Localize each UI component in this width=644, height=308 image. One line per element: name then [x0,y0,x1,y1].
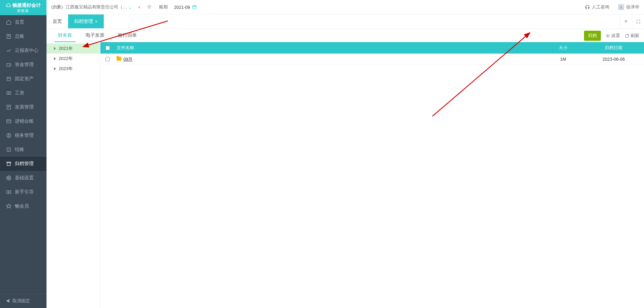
caret-icon [54,67,56,70]
table-header: 文件名称 大小 归档日期 [100,42,644,54]
settings-icon [6,175,11,181]
invoice-icon [6,104,11,110]
select-all-checkbox[interactable] [105,46,110,50]
subtab-einvoice[interactable]: 电子发票 [79,29,111,42]
folder-icon [117,57,121,61]
tree-item-2022[interactable]: 2022年 [47,54,100,64]
asset-icon [6,76,11,82]
year-tree: 2021年 2022年 2023年 [47,42,100,308]
gear-icon [606,34,610,38]
topbar: (勿删）江西服宝精品有限责任公司（… ⌄ + 账期 2021-09 人工咨询 徐… [47,0,644,14]
sidebar-item-label: 进销台账 [15,118,34,124]
row-checkbox[interactable] [105,57,110,61]
add-company-icon[interactable]: + [136,5,142,10]
subtab-finance[interactable]: 财务账 [51,29,79,42]
svg-point-8 [8,93,9,94]
file-table: 文件名称 大小 归档日期 09月 1M 2023-06-06 [100,42,644,308]
subtab-label: 银行回单 [118,32,137,38]
sub-tab-bar: 财务账 电子发票 银行回单 归档 设置 刷新 [47,29,644,42]
svg-point-21 [149,6,150,7]
avatar [618,4,624,10]
sidebar-item-guide[interactable]: 新手引导 [0,185,47,199]
refresh-icon [625,34,629,38]
sidebar-item-archive[interactable]: 归档管理 [0,157,47,171]
tab-archive[interactable]: 归档管理 × [68,14,104,28]
settings-button-label: 设置 [611,33,620,39]
unpin-label: 取消固定 [12,298,30,304]
svg-marker-20 [8,191,9,193]
unpin-button[interactable]: ⮜ 取消固定 [0,294,47,308]
user-menu[interactable]: 徐泽华 [618,4,639,10]
username: 徐泽华 [626,4,639,10]
sidebar-item-label: 结账 [15,147,24,153]
header-size: 大小 [543,45,583,51]
wallet-icon [6,62,11,67]
sidebar-item-label: 总账 [15,33,24,39]
brand-logo[interactable]: 畅捷通好会计 旗舰版 [0,0,47,15]
refresh-button-label: 刷新 [631,33,639,39]
svg-rect-12 [7,120,11,123]
subtab-label: 财务账 [58,32,72,38]
svg-point-18 [8,177,9,179]
close-icon[interactable]: × [95,19,98,24]
sidebar-item-label: 基础设置 [15,175,34,181]
caret-icon [54,47,56,50]
tab-bar: 首页 归档管理 × ✕ [47,14,644,29]
company-settings-icon[interactable] [146,4,152,10]
tree-item-2023[interactable]: 2023年 [47,64,100,74]
sidebar-item-funds[interactable]: 资金管理 [0,58,47,72]
svg-point-27 [607,35,608,36]
svg-point-26 [620,6,622,7]
company-selector[interactable]: (勿删）江西服宝精品有限责任公司（… ⌄ [51,4,132,10]
calendar-icon [192,5,197,9]
subtab-label: 电子发票 [86,32,104,38]
chart-icon [6,48,11,53]
tax-icon [6,133,11,138]
close-all-tabs-button[interactable]: ✕ [620,14,632,29]
tree-item-2021[interactable]: 2021年 [47,43,100,54]
sidebar-item-closing[interactable]: 结账 [0,143,47,157]
sidebar-item-label: 资金管理 [15,62,34,68]
sidebar-item-label: 新手引导 [15,189,34,195]
fullscreen-button[interactable] [632,14,644,29]
sidebar-item-label: 固定资产 [15,76,34,82]
tree-item-label: 2021年 [59,45,73,52]
refresh-button[interactable]: 刷新 [625,33,639,39]
caret-icon [54,57,56,60]
sidebar-item-tax[interactable]: 税务管理 [0,128,47,143]
svg-rect-5 [7,77,11,81]
archive-button-label: 归档 [588,33,597,38]
tab-home[interactable]: 首页 [47,14,68,28]
sidebar-item-assets[interactable]: 固定资产 [0,72,47,86]
sidebar-item-label: 首页 [15,19,24,25]
sidebar-item-settings[interactable]: 基础设置 [0,171,47,185]
brand-edition: 旗舰版 [17,8,29,13]
sidebar-item-label: 云报表中心 [15,48,38,54]
tree-item-label: 2022年 [59,56,73,62]
sidebar-item-reports[interactable]: 云报表中心 [0,43,47,58]
period-value-text: 2021-09 [174,5,190,10]
folder-link[interactable]: 09月 [123,57,132,62]
sidebar-item-invoice[interactable]: 发票管理 [0,100,47,114]
period-selector[interactable]: 2021-09 [174,5,197,10]
archive-button[interactable]: 归档 [584,31,601,41]
sidebar-item-inventory[interactable]: 进销台账 [0,114,47,128]
settings-button[interactable]: 设置 [606,33,620,39]
sidebar-item-label: 税务管理 [15,132,34,138]
sidebar-item-home[interactable]: 首页 [0,15,47,29]
guide-icon [6,189,11,195]
sidebar-item-label: 发票管理 [15,104,34,110]
svg-rect-19 [7,190,11,193]
chevron-down-icon: ⌄ [128,5,132,10]
sidebar-item-label: 归档管理 [15,161,34,167]
subtab-bankslip[interactable]: 银行回单 [111,29,144,42]
ai-consult-button[interactable]: 人工咨询 [585,4,609,10]
sidebar-item-member[interactable]: 畅会员 [0,199,47,213]
sidebar-item-salary[interactable]: 工资 [0,86,47,100]
svg-point-4 [9,65,10,65]
svg-rect-17 [7,163,10,165]
sidebar-item-ledger[interactable]: 总账 [0,29,47,43]
svg-rect-3 [7,64,11,66]
sidebar: 畅捷通好会计 旗舰版 首页 总账 云报表中心 资金管理 固定资产 工资 发票管理… [0,0,47,308]
ai-consult-label: 人工咨询 [592,4,609,10]
